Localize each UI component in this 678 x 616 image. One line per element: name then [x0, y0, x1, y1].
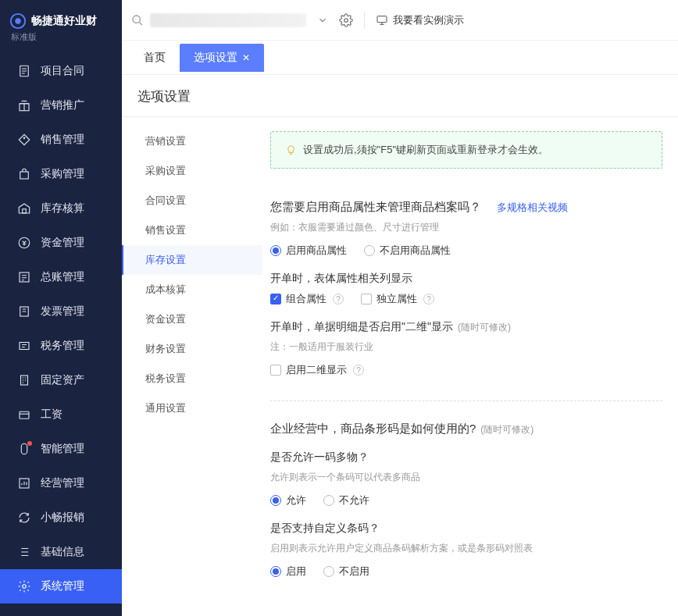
help-icon[interactable]: ?	[353, 365, 364, 376]
sidebar-item-tax[interactable]: 税务管理	[0, 329, 122, 363]
bag-icon	[17, 167, 31, 181]
main: 我要看实例演示 首页 选项设置✕ 选项设置 营销设置 采购设置 合同设置 销售设…	[122, 0, 678, 616]
nav-label: 发票管理	[41, 304, 84, 319]
radio-icon	[364, 245, 375, 256]
search-icon	[131, 14, 144, 27]
sidebar: 畅捷通好业财 标准版 项目合同 营销推广 销售管理 采购管理 库存核算 资金管理…	[0, 0, 122, 616]
sidebar-item-invoice[interactable]: 发票管理	[0, 294, 122, 329]
nav-label: 营销推广	[41, 98, 84, 112]
sidebar-item-ledger[interactable]: 总账管理	[0, 260, 122, 294]
sidebar-item-marketing[interactable]: 营销推广	[0, 88, 122, 123]
checkbox-2d[interactable]: 启用二维显示?	[270, 363, 364, 377]
nav-label: 小畅报销	[41, 511, 84, 525]
monitor-icon	[376, 14, 388, 27]
nav-label: 采购管理	[41, 167, 84, 181]
subnav-general[interactable]: 通用设置	[122, 393, 262, 423]
nav-label: 项目合同	[41, 64, 84, 78]
brand: 畅捷通好业财	[0, 6, 122, 31]
checkbox-icon	[361, 294, 372, 304]
demo-link[interactable]: 我要看实例演示	[376, 13, 464, 27]
chevron-down-icon[interactable]	[317, 15, 328, 26]
warehouse-icon	[17, 201, 31, 215]
search-area[interactable]	[131, 13, 306, 27]
nav-label: 智能管理	[41, 442, 84, 456]
svg-rect-12	[20, 411, 29, 418]
nav-label: 工资	[41, 408, 62, 422]
sidebar-item-purchase[interactable]: 采购管理	[0, 157, 122, 191]
sidebar-item-inventory[interactable]: 库存核算	[0, 191, 122, 226]
tab-options[interactable]: 选项设置✕	[180, 44, 264, 72]
close-icon[interactable]: ✕	[242, 52, 250, 63]
checkbox-icon	[270, 294, 281, 304]
chart-icon	[17, 476, 31, 490]
tab-label: 首页	[144, 51, 166, 65]
wallet-icon	[17, 408, 31, 422]
question-hint: 启用则表示允许用户定义商品条码解析方案，或是条形码对照表	[270, 542, 662, 555]
brand-name: 畅捷通好业财	[31, 14, 97, 28]
subnav-tax[interactable]: 税务设置	[122, 364, 262, 393]
tag-icon	[17, 133, 31, 147]
building-icon	[17, 373, 31, 387]
search-placeholder	[150, 13, 306, 27]
notice-text: 设置成功后,须按"F5"键刷新页面或重新登录才会生效。	[303, 143, 548, 157]
coin-icon	[17, 236, 31, 250]
content: 营销设置 采购设置 合同设置 销售设置 库存设置 成本核算 资金设置 财务设置 …	[122, 117, 678, 616]
subnav-marketing[interactable]: 营销设置	[122, 126, 262, 156]
subnav-sales[interactable]: 销售设置	[122, 215, 262, 245]
sidebar-item-basicinfo[interactable]: 基础信息	[0, 535, 122, 569]
subnav-contract[interactable]: 合同设置	[122, 186, 262, 215]
nav-label: 库存核算	[41, 201, 84, 215]
svg-point-14	[23, 585, 27, 589]
question-hint: 允许则表示一个条码可以代表多商品	[270, 471, 662, 484]
radio-disable[interactable]: 不启用	[323, 564, 369, 579]
refresh-icon	[17, 511, 31, 525]
subnav-finance[interactable]: 财务设置	[122, 334, 262, 364]
svg-point-4	[23, 137, 25, 139]
radio-disallow[interactable]: 不允许	[323, 493, 369, 507]
svg-point-15	[133, 16, 140, 23]
settings-panel: 设置成功后,须按"F5"键刷新页面或重新登录才会生效。 您需要启用商品属性来管理…	[262, 117, 678, 616]
divider	[270, 401, 662, 401]
radio-disable-attr[interactable]: 不启用商品属性	[364, 244, 451, 258]
settings-icon[interactable]	[339, 13, 353, 27]
help-icon[interactable]: ?	[423, 294, 434, 304]
radio-allow[interactable]: 允许	[270, 493, 306, 507]
demo-label: 我要看实例演示	[393, 13, 464, 27]
video-link[interactable]: 多规格相关视频	[497, 201, 568, 213]
nav-label: 经营管理	[41, 476, 84, 490]
question: 是否支持自定义条码？	[270, 522, 662, 536]
nav-label: 销售管理	[41, 133, 84, 147]
sidebar-item-project-contract[interactable]: 项目合同	[0, 54, 122, 88]
subnav-funds[interactable]: 资金设置	[122, 304, 262, 334]
subnav-purchase[interactable]: 采购设置	[122, 156, 262, 186]
ledger-icon	[17, 270, 31, 284]
radio-enable-attr[interactable]: 启用商品属性	[270, 244, 347, 258]
section-hint: 例如：衣服需要通过颜色、尺寸进行管理	[270, 221, 662, 234]
sidebar-item-funds[interactable]: 资金管理	[0, 226, 122, 260]
sidebar-item-smart[interactable]: 智能管理	[0, 432, 122, 466]
question: 是否允许一码多物？	[270, 450, 662, 465]
checkbox-single-attr[interactable]: 独立属性?	[361, 292, 434, 306]
svg-rect-5	[20, 172, 29, 179]
sidebar-item-salary[interactable]: 工资	[0, 397, 122, 432]
radio-icon	[323, 566, 334, 577]
notice-banner: 设置成功后,须按"F5"键刷新页面或重新登录才会生效。	[270, 131, 662, 169]
sidebar-item-expense[interactable]: 小畅报销	[0, 500, 122, 535]
subnav-inventory[interactable]: 库存设置	[122, 245, 262, 275]
radio-icon	[323, 495, 334, 506]
sidebar-item-sales[interactable]: 销售管理	[0, 123, 122, 157]
sidebar-item-system[interactable]: 系统管理	[0, 569, 122, 604]
tab-home[interactable]: 首页	[130, 44, 180, 72]
help-icon[interactable]: ?	[333, 294, 344, 304]
document-icon	[17, 64, 31, 78]
sidebar-item-operation[interactable]: 经营管理	[0, 466, 122, 500]
tab-label: 选项设置	[194, 51, 237, 65]
radio-enable[interactable]: 启用	[270, 564, 306, 579]
subnav-cost[interactable]: 成本核算	[122, 275, 262, 304]
gift-icon	[17, 98, 31, 112]
checkbox-combo-attr[interactable]: 组合属性?	[270, 292, 344, 306]
nav-label: 系统管理	[41, 579, 84, 593]
sidebar-item-assets[interactable]: 固定资产	[0, 363, 122, 397]
svg-rect-17	[377, 16, 387, 22]
checkbox-icon	[270, 365, 281, 376]
